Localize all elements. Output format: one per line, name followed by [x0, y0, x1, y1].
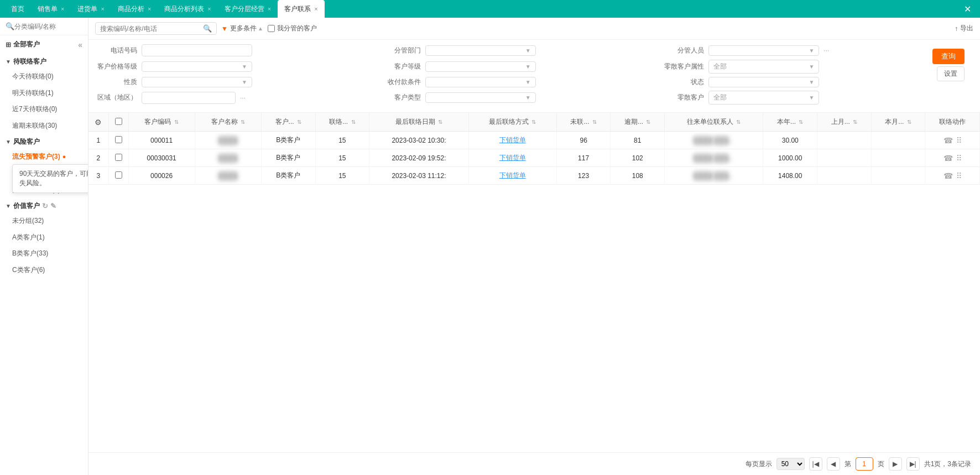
query-button[interactable]: 查询 — [932, 49, 965, 64]
last-way-link-0[interactable]: 下销货单 — [499, 136, 526, 144]
sort-icon-last-month[interactable]: ⇅ — [853, 119, 857, 125]
status-select[interactable]: ▼ — [708, 77, 819, 87]
sidebar-item-today[interactable]: 今天待联络(0) — [0, 69, 88, 85]
row-checkbox-0[interactable] — [115, 136, 122, 143]
price-level-select[interactable]: ▼ — [142, 61, 252, 72]
sort-icon-this-month[interactable]: ⇅ — [907, 119, 911, 125]
sidebar-section-value[interactable]: ▼ 价值客户 ↻ ✎ — [0, 198, 88, 213]
col-overdue: 逾期... ⇅ — [611, 113, 665, 132]
customer-type-select[interactable]: ▼ — [425, 92, 536, 103]
prev-page-btn[interactable]: ◀ — [827, 457, 840, 471]
sidebar-section-risk[interactable]: ▼ 风险客户 — [0, 134, 88, 149]
per-page-select[interactable]: 50 20 100 — [776, 458, 805, 470]
edit-icon[interactable]: ✎ — [50, 202, 56, 210]
col-customer-code: 客户编码 ⇅ — [128, 113, 195, 132]
cell-code-0: 000011 — [128, 132, 195, 149]
settings-button[interactable]: 设置 — [937, 66, 965, 81]
sort-icon-not-contacted[interactable]: ⇅ — [592, 119, 597, 125]
tab-sales[interactable]: 销售单 × — [31, 0, 71, 18]
sort-icon-type[interactable]: ⇅ — [297, 119, 301, 125]
tab-analysis-list[interactable]: 商品分析列表 × — [158, 0, 217, 18]
row-checkbox-1[interactable] — [115, 154, 122, 161]
contact-icon-0[interactable]: ☎ — [943, 136, 953, 145]
tab-home[interactable]: 首页 — [4, 0, 31, 18]
scatter-select[interactable]: 全部 ▼ — [708, 91, 819, 105]
tab-customer-contact-close[interactable]: × — [314, 6, 317, 12]
cell-check-1[interactable] — [108, 149, 128, 167]
cell-last-way-1[interactable]: 下销货单 — [468, 149, 556, 167]
tab-customer-contact[interactable]: 客户联系 × — [278, 0, 324, 18]
last-way-link-2[interactable]: 下销货单 — [499, 171, 526, 179]
scatter-attr-select[interactable]: 全部 ▼ — [708, 60, 819, 74]
cell-last-way-0[interactable]: 下销货单 — [468, 132, 556, 149]
col-customer-name: 客户名称 ⇅ — [195, 113, 261, 132]
first-page-btn[interactable]: |◀ — [809, 457, 822, 471]
nature-arrow: ▼ — [242, 79, 247, 85]
cell-check-0[interactable] — [108, 132, 128, 149]
col-settings[interactable]: ⚙ — [88, 113, 108, 132]
tab-analysis[interactable]: 商品分析 × — [111, 0, 158, 18]
sort-icon-last-way[interactable]: ⇅ — [531, 119, 536, 125]
tab-purchase[interactable]: 进货单 × — [71, 0, 111, 18]
tab-analysis-list-close[interactable]: × — [207, 6, 211, 12]
collapse-btn[interactable]: « — [78, 40, 82, 49]
search-icon[interactable]: 🔍 — [203, 24, 212, 33]
sidebar-item-class-b[interactable]: B类客户(33) — [0, 246, 88, 262]
sidebar-item-overdue[interactable]: 逾期未联络(30) — [0, 118, 88, 134]
tab-sales-close[interactable]: × — [61, 6, 64, 12]
sort-icon-last-date[interactable]: ⇅ — [438, 119, 442, 125]
select-all-checkbox[interactable] — [115, 118, 122, 125]
search-input[interactable] — [100, 25, 201, 33]
nature-select[interactable]: ▼ — [142, 77, 252, 87]
sort-icon-this-year[interactable]: ⇅ — [799, 119, 803, 125]
sort-icon-unit[interactable]: ⇅ — [736, 119, 741, 125]
contact-icon-2[interactable]: ☎ — [943, 171, 953, 180]
my-customers-checkbox-label[interactable]: 我分管的客户 — [268, 24, 317, 33]
person-select[interactable]: ▼ — [708, 45, 819, 56]
last-way-link-1[interactable]: 下销货单 — [499, 154, 526, 161]
more-action-icon-0[interactable]: ⠿ — [956, 136, 962, 145]
col-this-month: 本月... ⇅ — [871, 113, 925, 132]
sidebar-item-7days[interactable]: 近7天待联络(0) — [0, 101, 88, 118]
tab-customer-layer[interactable]: 客户分层经营 × — [218, 0, 278, 18]
phone-input[interactable] — [142, 44, 252, 56]
refresh-icon[interactable]: ↻ — [42, 202, 48, 210]
region-more-icon[interactable]: ··· — [236, 94, 250, 102]
sort-icon-name[interactable]: ⇅ — [241, 119, 245, 125]
cell-type-1: B类客户 — [261, 149, 315, 167]
more-action-icon-2[interactable]: ⠿ — [956, 171, 962, 180]
sort-icon-code[interactable]: ⇅ — [174, 119, 179, 125]
person-more-icon[interactable]: ··· — [819, 46, 833, 54]
tab-customer-layer-close[interactable]: × — [268, 6, 271, 12]
sort-icon-overdue[interactable]: ⇅ — [646, 119, 650, 125]
filter-icon: ▼ — [221, 25, 228, 33]
export-btn[interactable]: ↑ 导出 — [955, 24, 973, 33]
tab-close-window[interactable]: ✕ — [960, 4, 976, 14]
my-customers-checkbox[interactable] — [268, 25, 275, 32]
sidebar-search-input[interactable] — [14, 23, 88, 30]
settings-icon[interactable]: ⚙ — [95, 118, 102, 127]
region-input[interactable] — [142, 92, 236, 104]
sort-icon-contact[interactable]: ⇅ — [351, 119, 356, 125]
sidebar-section-pending[interactable]: ▼ 待联络客户 — [0, 54, 88, 69]
current-page-input[interactable] — [856, 457, 873, 471]
tab-analysis-close[interactable]: × — [148, 6, 151, 12]
sidebar-item-class-a[interactable]: A类客户(1) — [0, 229, 88, 246]
more-action-icon-1[interactable]: ⠿ — [956, 154, 962, 163]
cell-check-2[interactable] — [108, 167, 128, 185]
sidebar-item-class-c[interactable]: C类客户(6) — [0, 262, 88, 279]
last-page-btn[interactable]: ▶| — [906, 457, 920, 471]
sidebar-item-tomorrow[interactable]: 明天待联络(1) — [0, 85, 88, 102]
row-checkbox-2[interactable] — [115, 171, 122, 179]
sidebar-item-churn-warning[interactable]: 流失预警客户(3) ● — [0, 149, 88, 165]
next-page-btn[interactable]: ▶ — [889, 457, 902, 471]
dept-select[interactable]: ▼ — [425, 45, 536, 56]
customer-level-select[interactable]: ▼ — [425, 61, 536, 72]
cell-last-way-2[interactable]: 下销货单 — [468, 167, 556, 185]
more-conditions-btn[interactable]: ▼ 更多条件 ▲ — [221, 24, 263, 33]
payment-select[interactable]: ▼ — [425, 77, 536, 87]
tab-purchase-close[interactable]: × — [101, 6, 104, 12]
sidebar-item-unclassified[interactable]: 未分组(32) — [0, 213, 88, 229]
sidebar-all-customers[interactable]: ⊞ 全部客户 « — [0, 35, 88, 54]
contact-icon-1[interactable]: ☎ — [943, 154, 953, 163]
